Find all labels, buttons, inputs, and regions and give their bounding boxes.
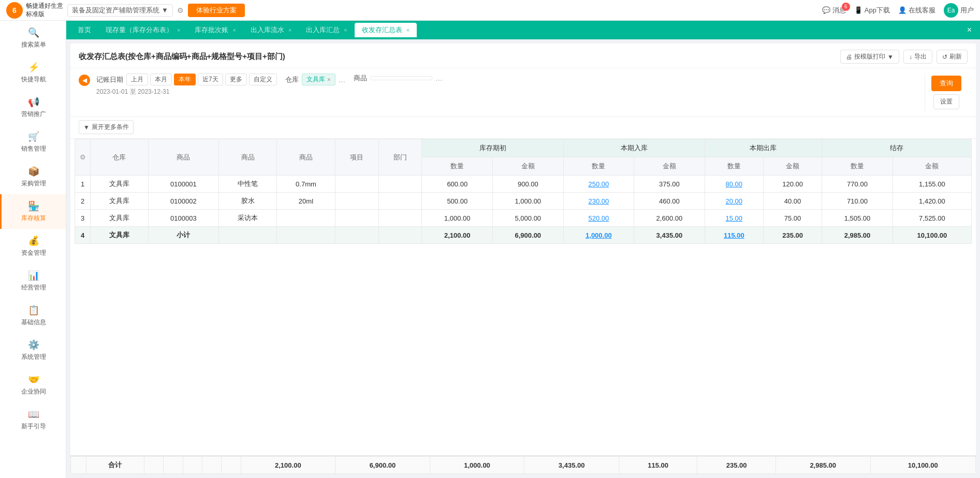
phone-icon: 📱 [854,6,862,14]
sidebar-item-basic[interactable]: 📋 基础信息 [0,298,66,333]
column-settings[interactable]: ⚙ [75,139,91,176]
filter-area: ◀ 记账日期 上月 本月 [70,68,976,117]
tab-close-icon[interactable]: × [177,27,180,33]
sidebar-label: 企业协同 [21,387,46,396]
sidebar-item-quick[interactable]: ⚡ 快捷导航 [0,55,66,90]
tab-summary[interactable]: 出入库汇总 × [299,23,354,37]
tab-home[interactable]: 首页 [70,23,98,37]
row-issue-qty[interactable]: 80.00 [705,176,763,193]
row-issue-amt: 75.00 [763,210,822,227]
filter-toggle-button[interactable]: ◀ [79,75,90,86]
export-button[interactable]: ↓ 导出 [903,50,932,64]
tab-bar-close-icon[interactable]: × [963,25,976,35]
tab-close-icon[interactable]: × [288,27,291,33]
goods-input[interactable] [370,76,432,80]
tab-flow[interactable]: 出入库流水 × [243,23,299,37]
filter-body: 记账日期 上月 本月 本年 近7天 更多 自定义 [96,74,918,96]
col-closing-amt: 金额 [893,157,971,176]
query-action-area: 查询 设置 [925,74,968,111]
row-issue-qty[interactable]: 20.00 [705,193,763,210]
row-issue-qty[interactable]: 15.00 [705,210,763,227]
footer-issue-qty: 115.00 [619,457,697,474]
subtotal-closing-qty: 2,985.00 [822,227,893,244]
row-opening-qty: 500.00 [422,193,493,210]
date-btn-this-month[interactable]: 本月 [150,74,172,85]
refresh-button[interactable]: ↺ 刷新 [937,50,968,64]
tab-close-icon[interactable]: × [344,27,347,33]
online-service-item[interactable]: 👤 在线客服 [898,6,935,15]
tab-close-icon[interactable]: × [232,27,236,33]
row-goods-spec: 20ml [276,193,335,210]
expand-more-button[interactable]: ▼ 展开更多条件 [79,120,134,134]
tab-close-icon[interactable]: × [406,27,409,33]
row-department [378,210,422,227]
sidebar-item-search[interactable]: 🔍 搜索菜单 [0,21,66,55]
basic-icon: 📋 [28,305,39,316]
row-closing-amt: 1,420.00 [893,193,971,210]
row-receipt-qty[interactable]: 230.00 [563,193,634,210]
query-button[interactable]: 查询 [931,76,961,91]
sidebar-item-guide[interactable]: 📖 新手引导 [0,402,66,437]
app-download-item[interactable]: 📱 App下载 [854,6,890,15]
row-department [378,176,422,193]
filter-settings-button[interactable]: 设置 [933,94,959,109]
date-btn-more[interactable]: 更多 [225,74,247,85]
tab-stock-dist[interactable]: 现存量（库存分布表） × [98,23,187,37]
col-opening-qty: 数量 [422,157,493,176]
export-icon: ↓ [909,53,912,61]
subtotal-receipt-qty[interactable]: 1,000.00 [563,227,634,244]
sidebar-item-sales[interactable]: 🛒 销售管理 [0,125,66,160]
logo-icon: 6 [6,2,23,19]
sidebar-item-finance[interactable]: 💰 资金管理 [0,229,66,264]
warehouse-more-button[interactable]: ... [339,75,345,84]
col-closing-qty: 数量 [822,157,893,176]
system-selector[interactable]: 装备及固定资产辅助管理系统 ▼ [67,4,173,17]
tab-batch[interactable]: 库存批次账 × [187,23,243,37]
subtotal-warehouse: 文具库 [91,227,149,244]
message-item[interactable]: 💬 消息 6 [822,6,846,15]
page-header: 收发存汇总表(按仓库+商品编码+商品+规格型号+项目+部门) 🖨 按模版打印 ▼… [70,44,976,68]
table-row: 2 文具库 0100002 胶水 20ml 500.00 1,000.00 23… [75,193,972,210]
print-button[interactable]: 🖨 按模版打印 ▼ [840,50,899,64]
date-btn-custom[interactable]: 自定义 [249,74,277,85]
data-table: ⚙ 仓库 商品 商品 商品 项目 部门 库存期初 本期入库 本期出库 结存 [75,139,972,244]
sidebar-item-system[interactable]: ⚙️ 系统管理 [0,333,66,368]
warehouse-tag-close[interactable]: × [327,76,331,83]
user-item[interactable]: Ea 用户 [944,3,974,18]
date-btn-last-month[interactable]: 上月 [126,74,148,85]
subtotal-label: 小计 [148,227,219,244]
trial-button[interactable]: 体验行业方案 [188,4,245,17]
table-row: 3 文具库 0100003 采访本 1,000.00 5,000.00 520.… [75,210,972,227]
date-btn-7days[interactable]: 近7天 [198,74,223,85]
sidebar-item-marketing[interactable]: 📢 营销推广 [0,90,66,125]
tab-recv-send-label: 收发存汇总表 [362,25,402,35]
settings-icon[interactable]: ⚙ [177,6,184,15]
row-closing-amt: 1,155.00 [893,176,971,193]
tab-recv-send[interactable]: 收发存汇总表 × [355,23,417,37]
row-closing-qty: 770.00 [822,176,893,193]
date-btn-this-year[interactable]: 本年 [174,74,196,85]
filter-row-1: 记账日期 上月 本月 本年 近7天 更多 自定义 [96,74,918,96]
subtotal-issue-amt: 235.00 [763,227,822,244]
main-layout: 🔍 搜索菜单 ⚡ 快捷导航 📢 营销推广 🛒 销售管理 📦 采购管理 🏪 [0,21,980,478]
sidebar-label: 经营管理 [21,283,46,292]
row-opening-qty: 600.00 [422,176,493,193]
subtotal-issue-qty[interactable]: 115.00 [705,227,763,244]
sidebar-item-inventory[interactable]: 🏪 库存核算 [0,194,66,229]
marketing-icon: 📢 [28,96,39,108]
sidebar-item-enterprise[interactable]: 🤝 企业协同 [0,368,66,402]
footer-empty [71,457,86,474]
row-receipt-qty[interactable]: 520.00 [563,210,634,227]
row-goods-spec [276,210,335,227]
row-issue-amt: 120.00 [763,176,822,193]
page-content: 收发存汇总表(按仓库+商品编码+商品+规格型号+项目+部门) 🖨 按模版打印 ▼… [70,44,976,474]
sidebar-item-purchase[interactable]: 📦 采购管理 [0,160,66,194]
col-opening-group: 库存期初 [422,139,563,157]
tab-home-label: 首页 [78,25,91,35]
sidebar-item-operations[interactable]: 📊 经营管理 [0,264,66,298]
row-warehouse: 文具库 [91,176,149,193]
goods-filter-group: 商品 ... [354,74,442,83]
sidebar-label: 采购管理 [21,179,46,188]
goods-more-button[interactable]: ... [435,74,442,83]
row-receipt-qty[interactable]: 250.00 [563,176,634,193]
